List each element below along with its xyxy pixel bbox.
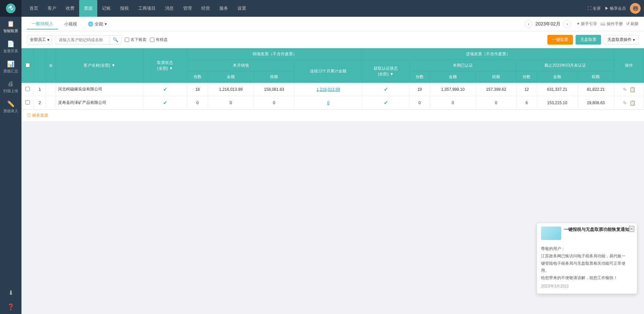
filter-icon[interactable]: ▼ xyxy=(169,66,173,71)
th-checkbox xyxy=(22,49,34,83)
table-row: 2 灵寿县尚泽矿产品有限公司 ✔ 0 0 0 0 ✔ 0 0 0 6 153,2… xyxy=(22,96,644,110)
sidebar-item-issue-invoice[interactable]: 📄 发票开具 xyxy=(0,37,21,57)
help-icon: ❓ xyxy=(7,303,14,311)
popup-title: 一键报税与无盘取票功能恢复通知 xyxy=(564,227,629,233)
nav-client[interactable]: 客户 xyxy=(43,0,61,17)
manual-link[interactable]: 📖 操作手册 xyxy=(600,21,623,27)
new-guide-link[interactable]: ✦ 新手引导 xyxy=(577,21,597,27)
tab-general-taxpayer[interactable]: 一般纳税人 xyxy=(27,19,58,29)
nav-home[interactable]: 首页 xyxy=(25,0,43,17)
sidebar-item-smart-fetch-label: 智能取票 xyxy=(3,28,18,34)
member-btn[interactable]: ▶ 畅享会员 xyxy=(605,6,626,11)
sidebar-item-scan-upload[interactable]: 🖨 扫描上传 xyxy=(0,77,21,97)
row-gear xyxy=(46,96,56,110)
sidebar-item-invoice-summary[interactable]: 📊 票据汇总 xyxy=(0,57,21,77)
th-pd-count: 份数 xyxy=(517,71,537,83)
tab-small-scale[interactable]: 小规模 xyxy=(59,19,82,29)
search-button[interactable]: 🔍 xyxy=(110,36,121,44)
svg-point-1 xyxy=(10,6,12,8)
nav-service[interactable]: 服务 xyxy=(215,0,233,17)
sidebar-item-invoice-summary-label: 票据汇总 xyxy=(3,69,18,74)
row-pd-amount: 631,337.21 xyxy=(537,83,578,96)
row-pp-tax: 157,399.62 xyxy=(476,83,517,96)
edit-icon[interactable]: ✎ xyxy=(623,100,627,106)
tab-all[interactable]: 🌐 全能 ▾ xyxy=(83,19,112,29)
sidebar-item-download[interactable]: ⬇ xyxy=(0,286,21,300)
popup-header: 一键报税与无盘取票功能恢复通知 xyxy=(537,223,637,243)
nav-tax[interactable]: 报税 xyxy=(115,0,133,17)
row-checkbox-cell xyxy=(22,83,34,96)
cumulative-link[interactable]: 0 xyxy=(327,101,329,105)
th-purchase-deadline: 截止2023年03月未认证 xyxy=(517,60,614,71)
nav-message[interactable]: 消息 xyxy=(160,0,178,17)
row-sales-cumulative: 0 xyxy=(294,96,362,110)
row-client-name: 灵寿县尚泽矿产品有限公司 xyxy=(56,96,143,110)
row-sales-amount: 0 xyxy=(208,96,254,110)
nav-manage[interactable]: 管理 xyxy=(178,0,197,17)
invoice-table-wrap: ⚙ 客户名称(全部) ▼ 取票状态 (全部) ▼ 销项发票（不含作废票） 进项发… xyxy=(21,48,644,110)
sidebar-item-invoice-entry[interactable]: ✏️ 票据录入 xyxy=(0,97,21,117)
employee-select-btn[interactable]: 全部员工 ▾ xyxy=(27,35,52,45)
refresh-link[interactable]: ↺ 刷新 xyxy=(626,21,639,27)
row-pp-amount: 1,357,999.10 xyxy=(430,83,476,96)
global-icon: 🌐 xyxy=(88,21,93,26)
th-sales-amount: 金额 xyxy=(208,71,254,83)
popup-body: 尊敬的用户：江苏政务网已恢访问电子税务局功能，易代账一键登陆电子税务局与无盘取票… xyxy=(537,243,637,294)
tax-disk-checkbox[interactable] xyxy=(150,38,154,42)
row-checkbox[interactable] xyxy=(25,87,30,91)
download-icon: ⬇ xyxy=(8,289,13,297)
nav-invoice[interactable]: 票据 xyxy=(79,0,97,17)
sidebar-item-invoice-entry-label: 票据录入 xyxy=(3,109,18,114)
nav-settings[interactable]: 设置 xyxy=(233,0,251,17)
no-disk-ops-btn[interactable]: 无盘取票操作 ▾ xyxy=(604,35,639,45)
edit-icon[interactable]: ✎ xyxy=(623,87,627,92)
no-disk-btn[interactable]: 无盘取票 xyxy=(576,35,601,45)
th-pp-tax: 税额 xyxy=(476,71,517,83)
popup-line: 江苏政务网已恢访问电子税务局功能，易代账一 xyxy=(541,253,633,260)
nav-billing[interactable]: 收费 xyxy=(61,0,79,17)
one-click-btn[interactable]: 一键取票 xyxy=(547,35,573,45)
tax-policy-link[interactable]: 税务政策 xyxy=(32,113,48,118)
account-checkbox-label[interactable]: 名下账套 xyxy=(125,37,147,43)
scan-upload-icon: 🖨 xyxy=(8,80,14,87)
nav-accounting[interactable]: 记账 xyxy=(97,0,115,17)
row-sales-count: 18 xyxy=(187,83,208,96)
popup-image xyxy=(541,227,561,243)
period-prev-btn[interactable]: ‹ xyxy=(525,20,533,28)
th-sales-month: 本月销项 xyxy=(187,60,294,71)
employee-select-label: 全部员工 xyxy=(30,37,46,43)
row-checkbox[interactable] xyxy=(25,100,30,105)
fullscreen-btn[interactable]: ⛶ 全屏 xyxy=(587,6,600,11)
toolbar: 全部员工 ▾ 🔍 名下账套 有税盘 一键取票 无盘取票 无盘取票操作 xyxy=(21,32,644,48)
tax-disk-checkbox-label[interactable]: 有税盘 xyxy=(150,37,168,43)
filter-icon[interactable]: ▼ xyxy=(111,63,115,68)
sidebar-bottom: ⬇ ❓ xyxy=(0,286,21,314)
popup-line: 尊敬的用户： xyxy=(541,245,633,253)
filter-icon[interactable]: ▼ xyxy=(390,72,394,76)
account-checkbox[interactable] xyxy=(125,38,129,42)
detail-icon[interactable]: 📋 xyxy=(630,87,635,92)
nav-operation[interactable]: 经营 xyxy=(197,0,215,17)
search-input[interactable] xyxy=(56,36,110,44)
row-sales-count: 0 xyxy=(187,96,208,110)
user-avatar[interactable]: 🐻 xyxy=(630,3,641,14)
period-navigation: ‹ 2023年02月 › xyxy=(525,20,571,28)
detail-icon[interactable]: 📋 xyxy=(630,100,635,106)
period-next-btn[interactable]: › xyxy=(563,20,571,28)
nav-business[interactable]: 工商项目 xyxy=(133,0,160,17)
sidebar-item-smart-fetch[interactable]: 📋 智能取票 xyxy=(0,17,21,37)
popup-close-btn[interactable]: ✕ xyxy=(629,226,634,232)
row-pd-tax: 19,808.63 xyxy=(577,96,614,110)
select-all-checkbox[interactable] xyxy=(25,63,30,67)
row-gear xyxy=(46,83,56,96)
th-gear: ⚙ xyxy=(46,49,56,83)
gear-icon[interactable]: ⚙ xyxy=(49,63,53,68)
row-fetch-status: ✔ xyxy=(143,96,187,110)
row-actions: ✎ 📋 xyxy=(614,83,644,96)
tab-actions: ✦ 新手引导 📖 操作手册 ↺ 刷新 xyxy=(577,21,639,27)
th-pp-count: 份数 xyxy=(409,71,430,83)
sidebar-item-issue-invoice-label: 发票开具 xyxy=(3,49,18,54)
sidebar-item-help[interactable]: ❓ xyxy=(0,300,21,314)
row-pd-tax: 81,822.21 xyxy=(577,83,614,96)
cumulative-link[interactable]: 1,216,013.99 xyxy=(317,87,340,92)
